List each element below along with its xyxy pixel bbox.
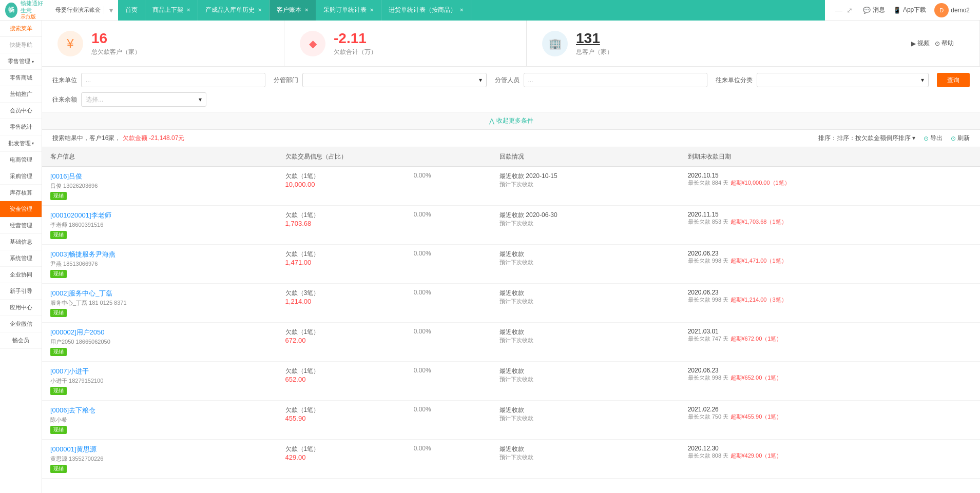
- customer-name-1[interactable]: [0001020001]李老师: [50, 211, 269, 220]
- sidebar-item-system-mgmt[interactable]: 系统管理: [0, 250, 42, 267]
- cell-collection-2: 最近收款 预计下次收款: [491, 245, 680, 284]
- amount-1[interactable]: 1,703.68: [285, 220, 397, 227]
- customer-name-6[interactable]: [0006]去下粮仓: [50, 406, 269, 415]
- sidebar-item-new-guide[interactable]: 新手引导: [0, 283, 42, 300]
- sidebar-item-ops-mgmt[interactable]: 经营管理: [0, 218, 42, 234]
- cell-percent-7: 0.00%: [406, 440, 491, 479]
- tab-product-shelf[interactable]: 商品上下架 ✕: [145, 0, 198, 21]
- overdue-link-7[interactable]: 超期¥429.00（1笔）: [731, 452, 782, 459]
- sidebar-item-enterprise-collab[interactable]: 企业协同: [0, 267, 42, 283]
- sidebar-item-retail-mgmt[interactable]: 零售管理 ▾: [0, 53, 42, 70]
- sidebar-item-basic-info[interactable]: 基础信息: [0, 234, 42, 250]
- filter-select-balance[interactable]: 选择... ▾: [81, 92, 206, 107]
- customer-contact-2: 尹燕 18513066976: [50, 260, 269, 268]
- filter-label-category: 往来单位分类: [716, 76, 753, 85]
- customer-name-7[interactable]: [000001]黄思源: [50, 445, 269, 454]
- cell-percent-4: 0.00%: [406, 323, 491, 362]
- window-controls: — ⤢: [830, 6, 858, 14]
- maximize-icon[interactable]: ⤢: [847, 6, 853, 14]
- help-btn[interactable]: ⊙ 帮助: [935, 39, 954, 48]
- col-header-debt: 欠款交易信息（占比）: [277, 147, 491, 167]
- sort-dropdown-icon[interactable]: ▾: [912, 134, 915, 142]
- amount-2[interactable]: 1,471.00: [285, 259, 397, 266]
- tab-purchase-stat[interactable]: 进货单统计表（按商品） ✕: [381, 0, 471, 21]
- amount-6[interactable]: 455.90: [285, 415, 397, 422]
- customer-contact-1: 李老师 18600391516: [50, 221, 269, 229]
- top-bar: 畅 畅捷通好生意 示范版 母婴行业演示账套 ▾ 首页 商品上下架 ✕ 产成品入库…: [0, 0, 980, 21]
- sidebar-item-retail-mall[interactable]: 零售商城: [0, 70, 42, 86]
- sidebar-item-batch-mgmt[interactable]: 批发管理 ▾: [0, 135, 42, 152]
- tab-close-purchase-order[interactable]: ✕: [370, 7, 374, 13]
- filter-select-dept[interactable]: ▾: [302, 73, 487, 87]
- video-btn[interactable]: ▶ 视频: [911, 39, 930, 48]
- status-badge-0: 现销: [50, 192, 67, 200]
- sidebar-item-purchase-mgmt[interactable]: 采购管理: [0, 168, 42, 185]
- overdue-link-3[interactable]: 超期¥1,214.00（3笔）: [731, 297, 787, 303]
- customer-contact-3: 服务中心_丁磊 181 0125 8371: [50, 299, 269, 307]
- top-right: 💬 消息 📱 App下载 D demo2: [863, 3, 975, 17]
- message-btn[interactable]: 💬 消息: [863, 6, 885, 14]
- filter-input-unit[interactable]: ...: [81, 73, 265, 87]
- table-row: [000001]黄思源 黄思源 13552700226 现销 欠款（1笔） 42…: [42, 440, 980, 479]
- amount-3[interactable]: 1,214.00: [285, 298, 397, 305]
- refresh-btn[interactable]: ⊙ 刷新: [951, 134, 970, 143]
- tab-close-product-history[interactable]: ✕: [258, 7, 262, 13]
- customer-name-4[interactable]: [000002]用户2050: [50, 328, 269, 337]
- filter-label-balance: 往来余额: [52, 95, 77, 104]
- status-badge-5: 现销: [50, 387, 67, 395]
- amount-4[interactable]: 672.00: [285, 337, 397, 344]
- minimize-icon[interactable]: —: [835, 6, 842, 14]
- filter-select-category[interactable]: ▾: [757, 73, 929, 87]
- export-btn[interactable]: ⊙ 导出: [924, 134, 943, 143]
- stats-bar: ¥ 16 总欠款客户（家） ◆ -2.11 欠款合计（万） 🏢: [42, 21, 980, 67]
- overdue-link-2[interactable]: 超期¥1,471.00（1笔）: [731, 258, 787, 264]
- results-bar: 搜索结果中，客户16家， 欠款金额 -21,148.07元 排序：排序：按欠款金…: [42, 130, 980, 147]
- overdue-link-4[interactable]: 超期¥672.00（1笔）: [731, 336, 782, 342]
- overdue-link-6[interactable]: 超期¥455.90（1笔）: [731, 413, 782, 420]
- avatar: D: [934, 3, 949, 17]
- sidebar-item-vip-member[interactable]: 畅会员: [0, 332, 42, 349]
- filter-input-person[interactable]: ...: [524, 73, 708, 87]
- stat-number-2: -2.11: [334, 30, 377, 47]
- stat-info-1: 16 总欠款客户（家）: [91, 30, 141, 56]
- tab-home[interactable]: 首页: [118, 0, 145, 21]
- customer-name-2[interactable]: [0003]畅捷服务尹海燕: [50, 250, 269, 259]
- amount-5[interactable]: 652.00: [285, 376, 397, 383]
- user-avatar[interactable]: D demo2: [934, 3, 970, 17]
- sidebar-item-finance[interactable]: 资金管理: [0, 201, 42, 218]
- tab-product-history[interactable]: 产成品入库单历史 ✕: [198, 0, 270, 21]
- filter-label-person: 分管人员: [495, 76, 520, 85]
- tab-customer-account[interactable]: 客户账本 ✕: [270, 0, 316, 21]
- app-download-btn[interactable]: 📱 App下载: [893, 6, 926, 14]
- cell-collection-4: 最近收款 预计下次收款: [491, 323, 680, 362]
- sidebar-item-retail-stat[interactable]: 零售统计: [0, 119, 42, 135]
- overdue-link-5[interactable]: 超期¥652.00（1笔）: [731, 374, 782, 381]
- collapse-btn[interactable]: ⋀ 收起更多条件: [42, 112, 980, 129]
- sidebar-search[interactable]: 搜索菜单: [0, 21, 42, 37]
- tab-close-purchase-stat[interactable]: ✕: [459, 7, 464, 13]
- customer-name-3[interactable]: [0002]服务中心_丁磊: [50, 289, 269, 298]
- sidebar-item-marketing[interactable]: 营销推广: [0, 86, 42, 103]
- customer-contact-6: 陈小希: [50, 416, 269, 424]
- cell-percent-5: 0.00%: [406, 362, 491, 401]
- amount-7[interactable]: 429.00: [285, 453, 397, 461]
- customer-name-5[interactable]: [0007]小进干: [50, 367, 269, 376]
- overdue-link-0[interactable]: 超期¥10,000.00（1笔）: [731, 180, 790, 186]
- stat-item-1: ¥ 16 总欠款客户（家）: [42, 21, 284, 66]
- sidebar-item-app-center[interactable]: 应用中心: [0, 300, 42, 316]
- sidebar-item-enterprise-wechat[interactable]: 企业微信: [0, 316, 42, 332]
- industry-dropdown-icon[interactable]: ▾: [109, 6, 113, 14]
- sidebar-item-ecommerce[interactable]: 电商管理: [0, 152, 42, 168]
- tab-purchase-order[interactable]: 采购订单统计表 ✕: [316, 0, 381, 21]
- customer-name-0[interactable]: [0016]吕俊: [50, 172, 269, 181]
- tab-close-product-shelf[interactable]: ✕: [186, 7, 190, 13]
- stat-label-2: 欠款合计（万）: [334, 48, 377, 56]
- cell-debt-6: 欠款（1笔） 455.90: [277, 401, 406, 440]
- sidebar-item-member-center[interactable]: 会员中心: [0, 103, 42, 119]
- industry-selector[interactable]: 母婴行业演示账套: [52, 6, 104, 14]
- tab-close-customer-account[interactable]: ✕: [304, 7, 309, 13]
- search-button[interactable]: 查询: [937, 73, 970, 87]
- overdue-link-1[interactable]: 超期¥1,703.68（1笔）: [731, 219, 787, 225]
- amount-0[interactable]: 10,000.00: [285, 181, 397, 188]
- sidebar-item-inventory[interactable]: 库存核算: [0, 185, 42, 201]
